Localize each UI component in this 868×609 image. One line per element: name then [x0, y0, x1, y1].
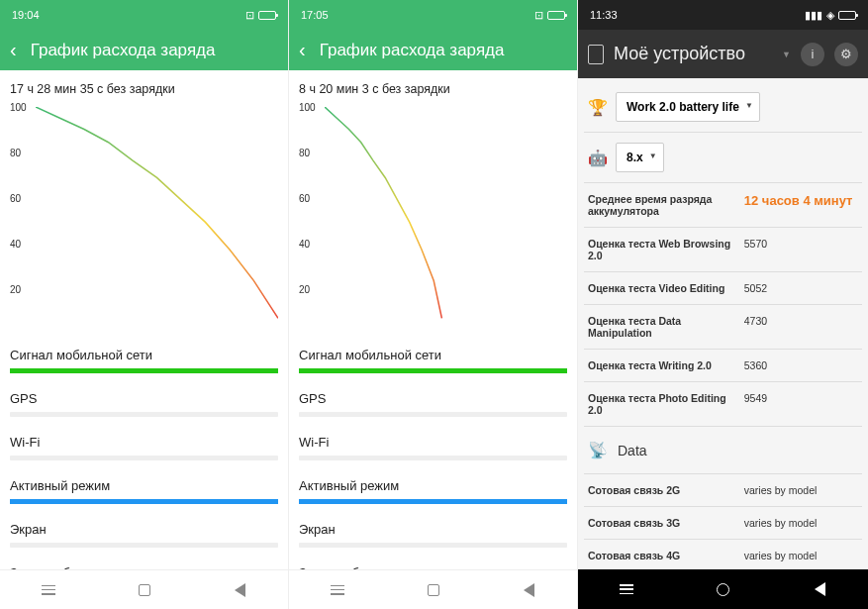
antenna-icon: 📡: [588, 441, 608, 459]
chart-container: 100 80 60 40 20: [0, 102, 288, 330]
page-title: Моё устройство: [614, 44, 772, 64]
battery-panel-2: 17:05 ⊡ ‹ График расхода заряда 8 ч 20 м…: [289, 0, 578, 609]
page-title: График расхода заряда: [320, 41, 505, 60]
settings-button[interactable]: ⚙: [834, 43, 858, 66]
header: ‹ График расхода заряда: [0, 30, 288, 70]
device-icon: [588, 45, 604, 64]
back-button[interactable]: ‹: [10, 39, 17, 61]
nav-home-button[interactable]: [135, 580, 154, 600]
section-wifi[interactable]: Wi-Fi: [10, 435, 278, 460]
section-active[interactable]: Активный режим: [10, 478, 278, 504]
status-icons: ⊡: [534, 9, 565, 22]
nav-menu-button[interactable]: [39, 580, 58, 600]
section-screen[interactable]: Экран: [299, 522, 567, 548]
score-row: Оценка теста Writing 2.05360: [584, 354, 862, 377]
nav-back-button[interactable]: [520, 580, 539, 600]
dropdown-icon[interactable]: ▼: [782, 50, 791, 59]
score-row: Оценка теста Web Browsing 2.05570: [584, 232, 862, 267]
info-button[interactable]: i: [801, 43, 824, 66]
nav-bar: [578, 569, 868, 609]
section-cellular[interactable]: Сигнал мобильной сети: [10, 348, 278, 373]
back-button[interactable]: ‹: [299, 39, 306, 61]
camera-icon: ⊡: [245, 9, 254, 22]
status-bar: 17:05 ⊡: [289, 0, 577, 30]
conn-row: Сотовая связь 3Gvaries by model: [584, 511, 862, 535]
wifi-icon: ◈: [826, 9, 834, 22]
avg-discharge-row: Среднее время разряда аккумулятора 12 ча…: [584, 187, 862, 223]
battery-chart: 100 80 60 40 20: [10, 102, 278, 330]
test-selector[interactable]: Work 2.0 battery life: [616, 92, 760, 122]
body: 🏆 Work 2.0 battery life 🤖 8.x Среднее вр…: [578, 78, 868, 569]
battery-icon: [838, 11, 856, 20]
trophy-icon: 🏆: [588, 98, 608, 117]
section-active[interactable]: Активный режим: [299, 478, 567, 504]
battery-icon: [258, 11, 276, 20]
chart-container: 100 80 60 40 20: [289, 102, 577, 330]
status-time: 11:33: [590, 9, 805, 21]
conn-row: Сотовая связь 4Gvaries by model: [584, 544, 862, 567]
duration-text: 17 ч 28 мин 35 с без зарядки: [0, 70, 288, 102]
signal-icon: ▮▮▮: [805, 9, 822, 22]
chart-svg: [36, 107, 278, 330]
nav-back-button[interactable]: [810, 579, 829, 599]
nav-menu-button[interactable]: [328, 580, 347, 600]
usage-sections: Сигнал мобильной сети GPS Wi-Fi Активный…: [289, 348, 577, 580]
nav-home-button[interactable]: [713, 579, 732, 599]
conn-row: Сотовая связь 2Gvaries by model: [584, 478, 862, 502]
duration-text: 8 ч 20 мин 3 с без зарядки: [289, 70, 577, 102]
header: Моё устройство ▼ i ⚙: [578, 30, 868, 78]
status-time: 17:05: [301, 9, 534, 21]
score-row: Оценка теста Data Manipulation4730: [584, 309, 862, 345]
status-bar: 11:33 ▮▮▮ ◈: [578, 0, 868, 30]
camera-icon: ⊡: [534, 9, 543, 22]
battery-panel-1: 19:04 ⊡ ‹ График расхода заряда 17 ч 28 …: [0, 0, 289, 609]
status-bar: 19:04 ⊡: [0, 0, 288, 30]
usage-sections: Сигнал мобильной сети GPS Wi-Fi Активный…: [0, 348, 288, 580]
status-time: 19:04: [12, 9, 245, 21]
nav-back-button[interactable]: [231, 580, 250, 600]
status-icons: ⊡: [245, 9, 276, 22]
section-screen[interactable]: Экран: [10, 522, 278, 548]
nav-bar: [0, 569, 288, 609]
battery-icon: [547, 11, 565, 20]
score-row: Оценка теста Photo Editing 2.09549: [584, 386, 862, 422]
nav-home-button[interactable]: [424, 580, 443, 600]
version-selector[interactable]: 8.x: [616, 143, 664, 172]
android-icon: 🤖: [588, 149, 608, 167]
score-row: Оценка теста Video Editing5052: [584, 276, 862, 300]
data-section-header: 📡 Data: [584, 431, 862, 469]
test-selector-row: 🏆 Work 2.0 battery life: [584, 86, 862, 128]
chart-svg: [325, 107, 567, 330]
page-title: График расхода заряда: [31, 41, 216, 60]
nav-bar: [289, 569, 577, 609]
header: ‹ График расхода заряда: [289, 30, 577, 70]
section-gps[interactable]: GPS: [10, 391, 278, 417]
section-gps[interactable]: GPS: [299, 391, 567, 417]
version-selector-row: 🤖 8.x: [584, 137, 862, 178]
nav-menu-button[interactable]: [617, 579, 636, 599]
battery-chart: 100 80 60 40 20: [299, 102, 567, 330]
section-wifi[interactable]: Wi-Fi: [299, 435, 567, 460]
section-cellular[interactable]: Сигнал мобильной сети: [299, 348, 567, 373]
status-icons: ▮▮▮ ◈: [805, 9, 856, 22]
device-panel: 11:33 ▮▮▮ ◈ Моё устройство ▼ i ⚙ 🏆 Work …: [578, 0, 868, 609]
